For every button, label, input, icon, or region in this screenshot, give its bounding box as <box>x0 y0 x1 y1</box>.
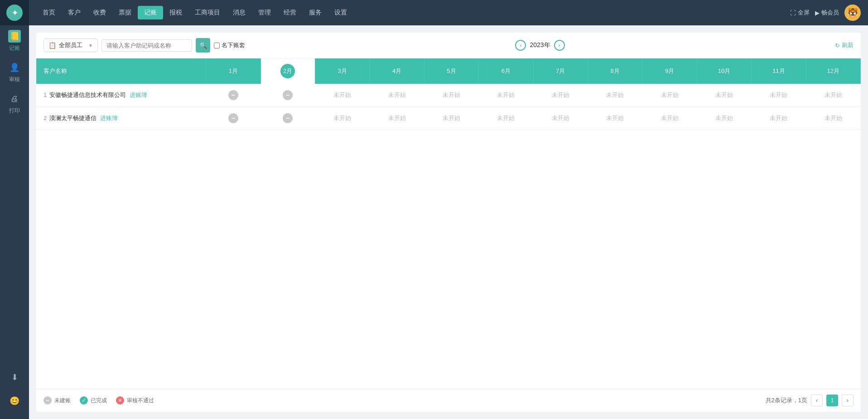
mine-checkbox[interactable] <box>214 43 220 48</box>
next-year-button[interactable]: › <box>554 40 565 51</box>
member-button[interactable]: ▶ 畅会员 <box>815 9 839 17</box>
nav-billing[interactable]: 收费 <box>87 6 112 19</box>
customer-name: 漠澜太平畅捷通信 <box>49 115 96 121</box>
not-started-status: 未开始 <box>715 92 733 98</box>
checkbox-label: 名下账套 <box>222 41 245 49</box>
not-started-status: 未开始 <box>661 115 679 121</box>
not-started-status: 未开始 <box>388 115 406 121</box>
fullscreen-button[interactable]: ⛶ 全屏 <box>790 9 810 17</box>
support-icon: 😊 <box>8 395 21 407</box>
year-nav: ‹ 2023年 › <box>515 40 564 51</box>
month-cell-2[interactable]: − <box>260 107 315 130</box>
month-cell-11: 未开始 <box>752 107 806 130</box>
search-icon: 🔍 <box>199 42 207 49</box>
member-icon: ▶ <box>815 10 820 16</box>
table-body: 1安徽畅捷通信息技术有限公司进账簿−−未开始未开始未开始未开始未开始未开始未开始… <box>36 84 861 130</box>
employee-select-text: 全部员工 <box>59 41 82 49</box>
nav-customer[interactable]: 客户 <box>62 6 87 19</box>
member-label: 畅会员 <box>821 9 839 17</box>
year-label: 2023年 <box>530 41 550 49</box>
month-cell-2[interactable]: − <box>260 84 315 107</box>
enter-ledger-link[interactable]: 进账簿 <box>100 115 118 121</box>
not-started-status: 未开始 <box>770 92 787 98</box>
not-built-status[interactable]: − <box>283 113 293 123</box>
not-started-status: 未开始 <box>715 115 733 121</box>
not-started-status: 未开始 <box>497 115 515 121</box>
not-built-status[interactable]: − <box>228 113 238 123</box>
audit-icon: 👤 <box>8 61 21 74</box>
employee-icon: 📋 <box>48 42 56 49</box>
sidebar-bottom: ⬇ 😊 <box>0 366 29 419</box>
month-cell-7: 未开始 <box>533 107 588 130</box>
fullscreen-label: 全屏 <box>798 9 810 17</box>
month-cell-6: 未开始 <box>479 84 533 107</box>
not-started-status: 未开始 <box>333 115 351 121</box>
customer-name-cell: 2漠澜太平畅捷通信进账簿 <box>36 107 206 130</box>
nav-tax[interactable]: 报税 <box>163 6 188 19</box>
not-built-label: 未建账 <box>54 397 71 405</box>
nav-business[interactable]: 工商项目 <box>188 6 227 19</box>
prev-page-button[interactable]: ‹ <box>811 395 823 406</box>
nav-operation[interactable]: 经营 <box>277 6 303 19</box>
month-cell-1[interactable]: − <box>206 107 260 130</box>
enter-ledger-link[interactable]: 进账簿 <box>130 92 147 98</box>
not-started-status: 未开始 <box>825 92 842 98</box>
nav-manage[interactable]: 管理 <box>252 6 277 19</box>
col-header-m12: 12月 <box>806 58 860 84</box>
table-header-row: 客户名称 1月 2月 3月 4月 5月 6月 7月 8月 9月 <box>36 58 861 84</box>
nav-message[interactable]: 消息 <box>227 6 252 19</box>
avatar[interactable]: 🐯 <box>844 5 861 21</box>
employee-select[interactable]: 📋 全部员工 ▼ <box>43 39 98 52</box>
table-row: 1安徽畅捷通信息技术有限公司进账簿−−未开始未开始未开始未开始未开始未开始未开始… <box>36 84 861 107</box>
legend-not-built: − 未建账 <box>43 396 71 405</box>
col-header-m2: 2月 <box>260 58 315 84</box>
col-header-m7: 7月 <box>533 58 588 84</box>
not-built-status[interactable]: − <box>228 90 238 100</box>
month-cell-3: 未开始 <box>315 84 369 107</box>
row-index: 2 <box>43 115 47 121</box>
refresh-button[interactable]: ↻ 刷新 <box>835 41 854 49</box>
search-button[interactable]: 🔍 <box>196 38 210 53</box>
legend-rejected: ✕ 审核不通过 <box>116 396 154 405</box>
next-page-button[interactable]: › <box>842 395 854 406</box>
nav-accounting[interactable]: 记账 <box>138 6 163 19</box>
search-input[interactable] <box>101 39 192 52</box>
not-built-icon: − <box>43 396 52 405</box>
prev-year-button[interactable]: ‹ <box>515 40 526 51</box>
month-cell-8: 未开始 <box>588 84 642 107</box>
checkbox-mine[interactable]: 名下账套 <box>214 41 245 49</box>
month-cell-10: 未开始 <box>697 84 751 107</box>
col-header-name: 客户名称 <box>36 58 206 84</box>
content-area: 📋 全部员工 ▼ 🔍 名下账套 ‹ 2023年 › <box>29 25 868 419</box>
page-1-button[interactable]: 1 <box>826 395 838 406</box>
not-started-status: 未开始 <box>825 115 842 121</box>
completed-icon: ✓ <box>80 396 88 405</box>
topnav-right: ⛶ 全屏 ▶ 畅会员 🐯 <box>790 5 861 21</box>
not-started-status: 未开始 <box>497 92 515 98</box>
nav-invoice[interactable]: 票据 <box>112 6 138 19</box>
month-cell-6: 未开始 <box>479 107 533 130</box>
month-cell-1[interactable]: − <box>206 84 260 107</box>
col-header-m1: 1月 <box>206 58 260 84</box>
nav-home[interactable]: 首页 <box>36 6 62 19</box>
col-header-m11: 11月 <box>752 58 806 84</box>
sidebar-item-support[interactable]: 😊 <box>0 390 29 412</box>
month-cell-8: 未开始 <box>588 107 642 130</box>
not-built-status[interactable]: − <box>283 90 293 100</box>
col-header-m3: 3月 <box>315 58 369 84</box>
current-month-circle: 2月 <box>280 64 295 78</box>
nav-service[interactable]: 服务 <box>303 6 328 19</box>
toolbar: 📋 全部员工 ▼ 🔍 名下账套 ‹ 2023年 › <box>36 33 861 58</box>
nav-settings[interactable]: 设置 <box>328 6 353 19</box>
month-cell-9: 未开始 <box>642 84 697 107</box>
sidebar-item-accounting[interactable]: 📒 记账 <box>0 25 29 57</box>
month-cell-5: 未开始 <box>424 107 478 130</box>
sidebar-item-audit[interactable]: 👤 审核 <box>0 57 29 88</box>
sidebar-item-download[interactable]: ⬇ <box>0 366 29 388</box>
month-cell-10: 未开始 <box>697 107 751 130</box>
chevron-down-icon: ▼ <box>88 43 93 48</box>
sidebar-item-print[interactable]: 🖨 打印 <box>0 88 29 119</box>
customer-name-cell: 1安徽畅捷通信息技术有限公司进账簿 <box>36 84 206 107</box>
not-started-status: 未开始 <box>388 92 406 98</box>
not-started-status: 未开始 <box>333 92 351 98</box>
